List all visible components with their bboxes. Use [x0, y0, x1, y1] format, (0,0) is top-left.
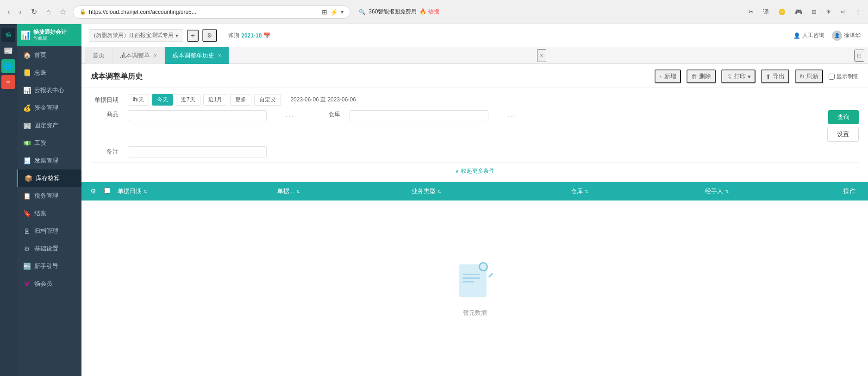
- icon-bar-item-2[interactable]: 🌐: [1, 59, 15, 73]
- service-label: 人工咨询: [802, 31, 824, 39]
- sidebar-item-reports[interactable]: 📊 云报表中心: [17, 81, 81, 99]
- sidebar-item-closing[interactable]: 🔖 结账: [17, 205, 81, 222]
- th-biz-type[interactable]: 业务类型 ⇅: [408, 187, 568, 195]
- period-info: 账期 2021-10 📅: [228, 31, 270, 39]
- add-company-button[interactable]: +: [187, 30, 199, 42]
- show-cols-checkbox[interactable]: [829, 74, 835, 80]
- custom-date-btn[interactable]: 自定义: [254, 94, 281, 106]
- star-button[interactable]: ☆: [57, 6, 69, 18]
- more-icon[interactable]: ⋮: [853, 7, 863, 16]
- settings-icon: ⚙: [23, 245, 31, 252]
- back-button[interactable]: ‹: [5, 6, 12, 18]
- notes-input[interactable]: [128, 146, 267, 157]
- sidebar-item-ledger[interactable]: 📒 总账: [17, 64, 81, 81]
- print-button[interactable]: 🖨 打印 ▾: [721, 69, 756, 83]
- tab-cost-adjust-history-close[interactable]: ×: [218, 52, 221, 59]
- th-warehouse-sort-icon: ⇅: [585, 189, 588, 194]
- sidebar-item-funds[interactable]: 💰 资金管理: [17, 99, 81, 117]
- page-header: 成本调整单历史 + 新增 🗑 删除 🖨 打印 ▾ ⬆ 导出: [81, 64, 868, 88]
- company-selector[interactable]: (勿删勿禁用）江西报宝测试专用 ▾: [89, 29, 183, 42]
- last7days-btn[interactable]: 近7天: [176, 94, 200, 106]
- sidebar-item-member[interactable]: V 畅会员: [17, 275, 81, 293]
- show-cols-button[interactable]: 显示明细: [829, 73, 859, 81]
- th-warehouse[interactable]: 仓库 ⇅: [567, 187, 701, 195]
- period-value: 2021-10: [241, 32, 262, 39]
- empty-state: 暂元数据: [81, 201, 868, 376]
- tax-icon: 📋: [23, 192, 31, 200]
- translate-icon[interactable]: 译: [761, 7, 771, 17]
- yesterday-btn[interactable]: 昨天: [128, 94, 149, 106]
- sidebar-label-fixed-assets: 固定资产: [34, 121, 58, 130]
- tab-cost-adjust[interactable]: 成本调整单 ×: [112, 47, 165, 64]
- tab-cost-adjust-history[interactable]: 成本调整单历史 ×: [165, 47, 229, 64]
- sidebar-nav: 🏠 首页 📒 总账 📊 云报表中心 💰 资金管理 🏢 固定资产 💵 工资: [17, 46, 81, 376]
- tab-home[interactable]: 首页: [85, 47, 112, 64]
- sidebar-label-reports: 云报表中心: [34, 86, 64, 94]
- user-profile-button[interactable]: 👤 徐泽华: [832, 31, 861, 41]
- sidebar-item-settings[interactable]: ⚙ 基础设置: [17, 240, 81, 257]
- goods-input[interactable]: [128, 110, 267, 121]
- sidebar-item-fixed-assets[interactable]: 🏢 固定资产: [17, 117, 81, 134]
- sidebar-label-archive: 归档管理: [34, 227, 58, 235]
- sidebar-item-archive[interactable]: 🗄 归档管理: [17, 222, 81, 240]
- more-date-btn[interactable]: 更多: [230, 94, 251, 106]
- sidebar-item-invoice[interactable]: 🧾 发票管理: [17, 152, 81, 169]
- show-cols-label: 显示明细: [837, 73, 859, 81]
- icon-bar-item-0[interactable]: 畅: [1, 28, 15, 42]
- sidebar-item-tax[interactable]: 📋 税务管理: [17, 187, 81, 205]
- avatar: 👤: [832, 31, 842, 41]
- th-date[interactable]: 单据日期 ⇅: [114, 187, 274, 195]
- warehouse-input[interactable]: [350, 110, 488, 121]
- game-icon[interactable]: 🎮: [793, 7, 805, 16]
- th-handler[interactable]: 经手人 ⇅: [701, 187, 836, 195]
- sidebar-item-salary[interactable]: 💵 工资: [17, 134, 81, 152]
- warehouse-filter-label: 仓库: [312, 110, 340, 119]
- settings-company-button[interactable]: ⚙: [202, 29, 217, 42]
- tab-home-label: 首页: [93, 51, 105, 60]
- empty-illustration: [454, 260, 496, 301]
- brightness-icon[interactable]: ☀: [824, 7, 834, 16]
- coin-icon[interactable]: 🪙: [776, 7, 788, 16]
- collapse-label: 收起更多条件: [461, 167, 494, 175]
- warehouse-ellipsis: ...: [507, 110, 516, 119]
- icon-bar-item-1[interactable]: 📰: [1, 44, 15, 57]
- sidebar-item-inventory[interactable]: 📦 库存核算: [17, 169, 81, 187]
- forward-button[interactable]: ›: [16, 6, 24, 18]
- dropdown-icon[interactable]: ▾: [341, 9, 343, 15]
- table-select-all-checkbox[interactable]: [100, 188, 114, 195]
- refresh-button[interactable]: ↻ 刷新: [795, 69, 823, 83]
- new-button[interactable]: + 新增: [655, 69, 681, 83]
- sidebar-logo[interactable]: 📊 畅捷通好会计 旗舰版: [17, 24, 81, 46]
- export-button[interactable]: ⬆ 导出: [761, 69, 789, 83]
- service-button[interactable]: 👤 人工咨询: [793, 31, 824, 39]
- main-close-button[interactable]: ×: [537, 49, 546, 62]
- date-range-display: 2023-06-06 至 2023-06-06: [290, 96, 356, 104]
- query-button[interactable]: 查询: [828, 110, 859, 124]
- select-all-input[interactable]: [104, 188, 110, 194]
- icon-bar-item-3[interactable]: ✉: [1, 75, 15, 89]
- collapse-filter-button[interactable]: ∧ 收起更多条件: [91, 162, 859, 175]
- undo-icon[interactable]: ↩: [838, 7, 848, 16]
- today-btn[interactable]: 今天: [152, 94, 173, 106]
- calendar-icon[interactable]: 📅: [263, 32, 270, 39]
- service-icon: 👤: [793, 32, 800, 39]
- home-button[interactable]: ⌂: [44, 6, 54, 18]
- sidebar-label-invoice: 发票管理: [34, 157, 58, 165]
- address-bar[interactable]: 🔒 https://cloud.chanjet.com/accounting/u…: [73, 6, 350, 19]
- sidebar-item-guide[interactable]: 🆕 新手引导: [17, 257, 81, 275]
- scissors-icon[interactable]: ✂: [746, 7, 756, 16]
- th-voucher[interactable]: 单据... ⇅: [274, 187, 408, 195]
- refresh-button[interactable]: ↻: [28, 6, 40, 18]
- filter-settings-button[interactable]: 设置: [827, 127, 859, 142]
- browser-actions: ✂ 译 🪙 🎮 ⊞ ☀ ↩ ⋮: [746, 7, 863, 17]
- main-content: (勿删勿禁用）江西报宝测试专用 ▾ + ⚙ 账期 2021-10 📅 👤 人工咨…: [81, 24, 868, 376]
- last1month-btn[interactable]: 近1月: [203, 94, 228, 106]
- th-handler-label: 经手人: [705, 187, 723, 195]
- sidebar-item-home[interactable]: 🏠 首页: [17, 46, 81, 64]
- grid-icon[interactable]: ⊞: [809, 7, 819, 16]
- delete-button[interactable]: 🗑 删除: [687, 69, 716, 83]
- tab-cost-adjust-close[interactable]: ×: [154, 52, 157, 59]
- table-settings-icon[interactable]: ⚙: [86, 188, 100, 195]
- restore-button[interactable]: ⊡: [854, 50, 864, 62]
- sidebar-label-settings: 基础设置: [34, 244, 58, 253]
